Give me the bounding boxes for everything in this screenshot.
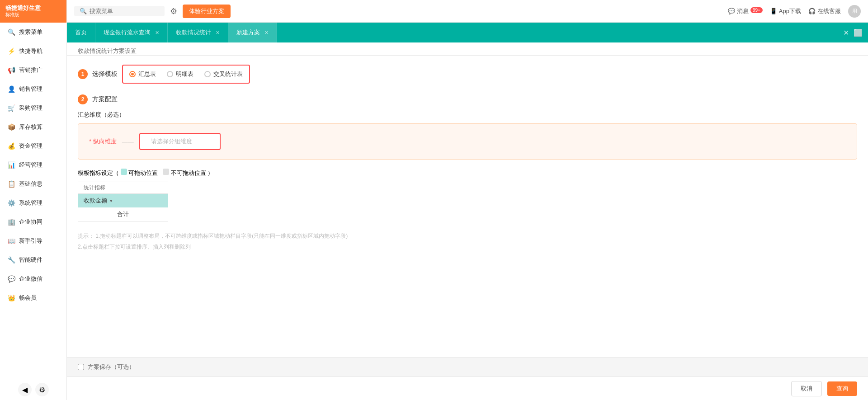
dimension-arrow: —— (122, 138, 134, 145)
sidebar-item-marketing[interactable]: 📢 营销推广 (0, 61, 66, 80)
service-item[interactable]: 🎧 在线客服 (808, 7, 841, 15)
tab-cashflow[interactable]: 现金银行流水查询 ✕ (95, 23, 168, 42)
message-badge: 99+ (750, 7, 763, 13)
download-label: App下载 (779, 7, 801, 15)
metrics-section: 模板指标设定（ 可拖动位置 不可拖动位置 ） 统计指标 (78, 169, 857, 221)
dimension-subtitle: 汇总维度（必选） (78, 111, 857, 119)
avatar[interactable]: 用 (848, 5, 861, 18)
sidebar-item-basic[interactable]: 📋 基础信息 (0, 174, 66, 193)
tip2-text: 2.点击标题栏下拉可设置排序、插入列和删除列 (78, 241, 191, 252)
search-icon: 🔍 (80, 8, 87, 14)
sidebar-logo: 畅捷通好生意 标准版 (0, 0, 66, 23)
sidebar-nav: 🔍 搜索菜单 ⚡ 快捷导航 📢 营销推广 👤 销售管理 🛒 采购管理 📦 库存核… (0, 23, 66, 379)
page-content: 收款情况统计方案设置 1 选择模板 汇总表 明细表 (67, 42, 868, 376)
cancel-button[interactable]: 取消 (791, 381, 822, 396)
download-icon: 📱 (770, 8, 777, 14)
sidebar: 畅捷通好生意 标准版 🔍 搜索菜单 ⚡ 快捷导航 📢 营销推广 👤 销售管理 🛒… (0, 0, 67, 400)
tips-section: 提示： 1.拖动标题栏可以调整布局，不可跨维度或指标区域拖动栏目字段(只能在同一… (78, 231, 857, 252)
step2-badge: 2 (78, 94, 88, 104)
config-section: 汇总维度（必选） * 纵向维度 —— 请选择分组维度 模板指标设定（ (78, 111, 857, 252)
metrics-dropdown-icon[interactable]: ▾ (110, 198, 113, 204)
sidebar-item-inventory[interactable]: 📦 库存核算 (0, 118, 66, 136)
hardware-icon: 🔧 (7, 256, 15, 264)
sidebar-expand-btn[interactable]: ◀ (18, 383, 32, 396)
radio-summary[interactable]: 汇总表 (129, 70, 156, 78)
enterprise-icon: 🏢 (7, 218, 15, 226)
dimension-row: * 纵向维度 —— 请选择分组维度 (89, 133, 846, 150)
tab-receipt-close[interactable]: ✕ (216, 30, 220, 36)
step1-title: 选择模板 (92, 70, 118, 78)
header-bar: 🔍 ⚙ 体验行业方案 💬 消息 99+ 📱 App下载 🎧 在线客服 用 (67, 0, 868, 23)
metrics-setting-label: 模板指标设定（ 可拖动位置 不可拖动位置 ） (78, 169, 213, 177)
sidebar-settings-btn[interactable]: ⚙ (35, 383, 49, 396)
dimension-select[interactable]: 请选择分组维度 (139, 133, 221, 150)
radio-cross[interactable]: 交叉统计表 (204, 70, 243, 78)
tab-close-window-btn[interactable]: ✕ (843, 28, 849, 37)
gear-icon[interactable]: ⚙ (170, 6, 177, 16)
sidebar-bottom: ◀ ⚙ (0, 379, 66, 400)
step2-header: 2 方案配置 (78, 94, 857, 104)
search-nav-icon: 🔍 (7, 28, 15, 36)
save-checkbox[interactable] (78, 364, 84, 370)
sidebar-item-finance[interactable]: 💰 资金管理 (0, 136, 66, 155)
metrics-total-row: 合计 (78, 207, 168, 221)
try-industry-button[interactable]: 体验行业方案 (183, 5, 231, 18)
download-item[interactable]: 📱 App下载 (770, 7, 801, 15)
tab-cashflow-label: 现金银行流水查询 (104, 28, 151, 37)
sidebar-item-label: 新手引导 (19, 237, 42, 245)
sidebar-item-hardware[interactable]: 🔧 智能硬件 (0, 250, 66, 269)
tip1-text: 提示： 1.拖动标题栏可以调整布局，不可跨维度或指标区域拖动栏目字段(只能在同一… (78, 231, 348, 241)
vertical-dimension-label: * 纵向维度 (89, 137, 117, 146)
radio-detail-circle (167, 71, 173, 77)
step2-section: 2 方案配置 汇总维度（必选） * 纵向维度 —— 请选择分组维度 (78, 94, 857, 252)
tab-maximize-btn[interactable]: ⬜ (854, 28, 863, 37)
save-label: 方案保存（可选） (88, 363, 135, 371)
sidebar-item-enterprise[interactable]: 🏢 企业协同 (0, 212, 66, 231)
tab-receipt[interactable]: 收款情况统计 ✕ (168, 23, 228, 42)
radio-detail-label: 明细表 (176, 70, 193, 78)
wechat-icon: 💬 (7, 275, 15, 283)
step1-badge: 1 (78, 69, 88, 79)
sidebar-item-label: 搜索菜单 (19, 28, 42, 36)
edition-label: 标准版 (5, 12, 41, 18)
metrics-section-label: 统计指标 (78, 182, 168, 194)
sidebar-item-purchase[interactable]: 🛒 采购管理 (0, 99, 66, 118)
message-item[interactable]: 💬 消息 99+ (728, 7, 763, 15)
sidebar-item-wechat[interactable]: 💬 企业微信 (0, 269, 66, 288)
quick-nav-icon: ⚡ (7, 47, 15, 55)
sidebar-item-label: 企业协同 (19, 218, 42, 226)
metrics-col-label: 收款金额 (84, 197, 107, 205)
sidebar-item-system[interactable]: ⚙️ 系统管理 (0, 193, 66, 212)
step2-title: 方案配置 (92, 95, 118, 104)
tab-new-plan-close[interactable]: ✕ (264, 30, 269, 36)
radio-summary-circle (129, 71, 136, 77)
tab-receipt-label: 收款情况统计 (176, 28, 211, 37)
tab-home[interactable]: 首页 (67, 23, 95, 42)
radio-summary-label: 汇总表 (138, 70, 156, 78)
tab-cashflow-close[interactable]: ✕ (155, 30, 159, 36)
sidebar-item-member[interactable]: 👑 畅会员 (0, 288, 66, 307)
metrics-col-header[interactable]: 收款金额 ▾ (78, 194, 168, 207)
sidebar-item-sales[interactable]: 👤 销售管理 (0, 80, 66, 99)
sidebar-item-quick[interactable]: ⚡ 快捷导航 (0, 42, 66, 61)
tip-line-1: 提示： 1.拖动标题栏可以调整布局，不可跨维度或指标区域拖动栏目字段(只能在同一… (78, 231, 857, 241)
radio-detail[interactable]: 明细表 (167, 70, 193, 78)
query-button[interactable]: 查询 (827, 381, 857, 396)
sidebar-item-search[interactable]: 🔍 搜索菜单 (0, 23, 66, 42)
sidebar-item-operation[interactable]: 📊 经营管理 (0, 155, 66, 174)
message-icon: 💬 (728, 8, 735, 14)
non-draggable-hint-badge (163, 169, 169, 175)
sales-icon: 👤 (7, 85, 15, 93)
search-input[interactable] (90, 8, 162, 14)
step1-section: 1 选择模板 汇总表 明细表 交叉统计表 (78, 65, 857, 84)
operation-icon: 📊 (7, 161, 15, 169)
header-search-box[interactable]: 🔍 (74, 6, 165, 16)
radio-cross-label: 交叉统计表 (213, 70, 243, 78)
form-area: 1 选择模板 汇总表 明细表 交叉统计表 (67, 56, 868, 357)
page-title: 收款情况统计方案设置 (78, 47, 137, 54)
bottom-action-bar: 取消 查询 (67, 376, 868, 400)
tab-new-plan[interactable]: 新建方案 ✕ (228, 23, 277, 42)
template-radio-group: 汇总表 明细表 交叉统计表 (122, 65, 250, 84)
sidebar-item-guide[interactable]: 📖 新手引导 (0, 231, 66, 250)
tabs-right-actions: ✕ ⬜ (838, 23, 868, 42)
